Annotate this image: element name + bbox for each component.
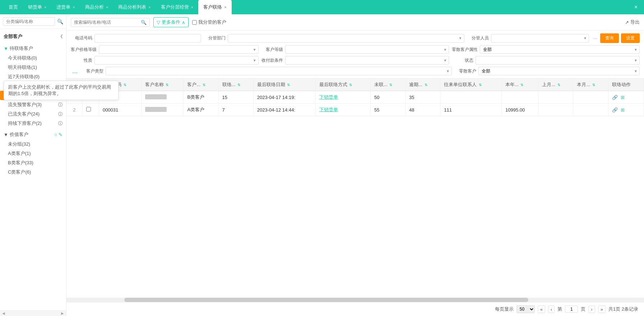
row-1-link-icon[interactable]: 🔗	[612, 95, 618, 100]
th-this-year[interactable]: 本年... ⇅	[502, 79, 538, 91]
page-number-input[interactable]	[565, 306, 578, 313]
nav-tab-customer-segmentation[interactable]: 客户分层经营 ×	[156, 0, 198, 14]
filter-gender: 性质 ▼	[71, 56, 259, 65]
row-num-2: 2	[66, 104, 82, 116]
payment-select[interactable]	[285, 56, 449, 65]
sidebar-item-class-a[interactable]: A类客户(1)	[0, 149, 66, 158]
my-customer-checkbox[interactable]	[192, 20, 197, 25]
th-name[interactable]: 客户名称 ⇅	[141, 79, 184, 91]
phone-input[interactable]	[94, 34, 201, 43]
th-last-contact-type[interactable]: 最后联络方式 ⇅	[315, 79, 370, 91]
close-purchase-tab-icon[interactable]: ×	[73, 5, 75, 9]
status-label: 状态	[452, 57, 473, 63]
row-2-last-contact-type[interactable]: 下销货单	[315, 104, 370, 116]
dept-select[interactable]	[228, 34, 464, 43]
row-2-link-icon[interactable]: 🔗	[612, 107, 618, 113]
settings-button[interactable]: 设置	[621, 33, 640, 43]
sidebar-search-icon[interactable]: 🔍	[57, 19, 63, 24]
toolbar-search-icon[interactable]: 🔍	[141, 20, 147, 25]
more-conditions-button[interactable]: ▽ 更多条件 ∧	[153, 17, 189, 27]
sidebar-right-arrow[interactable]: ▶	[61, 311, 64, 315]
horizontal-scrollbar[interactable]	[66, 298, 644, 302]
th-last-contact-date[interactable]: 最后联络日期 ⇅	[253, 79, 315, 91]
filter-more-button[interactable]: ...	[71, 67, 79, 75]
th-this-month[interactable]: 本月... ⇅	[573, 79, 608, 91]
filter-manager: 分管人员 ▼ ···	[467, 34, 598, 43]
sidebar-bottom-bar: ◀ ▶	[0, 310, 66, 316]
last-page-button[interactable]: »	[598, 306, 606, 313]
manager-select[interactable]	[491, 34, 589, 43]
per-page-label: 每页显示	[495, 306, 514, 312]
sidebar-item-lost[interactable]: 已流失客户(24) ⓘ	[0, 109, 66, 119]
sidebar-item-tomorrow-pending[interactable]: 明天待联络(1)	[0, 63, 66, 72]
manager-more-icon[interactable]: ···	[593, 36, 597, 41]
scrollbar-thumb[interactable]	[124, 298, 529, 302]
row-1-name	[141, 91, 184, 104]
th-contact-count[interactable]: 联络... ⇅	[218, 79, 253, 91]
row-2-grid-icon[interactable]: ⊞	[621, 107, 625, 113]
sidebar-item-declining[interactable]: 持续下滑客户(2) ⓘ	[0, 119, 66, 128]
query-button[interactable]: 查询	[600, 33, 619, 43]
sidebar-search-area: 🔍	[0, 14, 66, 29]
contact-person-sort-icon: ⇅	[479, 83, 482, 87]
table-row: 2 000031 A类客户 7 2023-04-12 14:44: 下销货单 5…	[66, 104, 644, 116]
sidebar-item-lost-preview[interactable]: 流失预警客户(3) ⓘ	[0, 100, 66, 109]
close-customer-seg-tab-icon[interactable]: ×	[191, 5, 193, 9]
nav-tab-home[interactable]: 首页	[4, 0, 23, 14]
customer-level-select[interactable]	[285, 45, 449, 54]
first-page-button[interactable]: «	[538, 306, 545, 313]
row-2-checkbox[interactable]	[82, 104, 99, 116]
filter-panel: 电话号码 分管部门 ▼ 分管人员 ▼ ···	[66, 30, 644, 79]
sidebar-pending-title[interactable]: ▼ 待联络客户	[0, 43, 66, 53]
row-2-contact-person: 111	[440, 104, 502, 116]
sidebar-item-class-b[interactable]: B类客户(33)	[0, 158, 66, 168]
sidebar-value-group-header[interactable]: ▼ 价值客户 ○ ✎	[0, 129, 66, 140]
filter-customer-level: 客户等级 ▼	[261, 45, 449, 54]
th-overdue[interactable]: 逾期... ⇅	[406, 79, 440, 91]
sidebar-item-class-c[interactable]: C类客户(6)	[0, 168, 66, 177]
nav-tab-customer-contact[interactable]: 客户联络 ×	[198, 0, 231, 14]
sidebar-item-today-pending[interactable]: 今天待联络(0)	[0, 53, 66, 63]
sidebar-left-arrow[interactable]: ◀	[2, 311, 5, 315]
nav-tab-purchase[interactable]: 进货单 ×	[51, 0, 80, 14]
prev-page-button[interactable]: ‹	[548, 306, 555, 313]
toolbar-search-input[interactable]	[74, 20, 139, 25]
export-button[interactable]: ↗ 导出	[625, 19, 640, 25]
retail-customer-select[interactable]: 全部	[478, 67, 640, 75]
close-sales-tab-icon[interactable]: ×	[44, 5, 46, 9]
nav-tab-product-analysis[interactable]: 商品分析 ×	[80, 0, 113, 14]
sidebar-search-input[interactable]	[3, 17, 55, 26]
window-close-button[interactable]: ×	[631, 4, 640, 10]
lost-info-icon[interactable]: ⓘ	[58, 111, 62, 117]
close-customer-contact-tab-icon[interactable]: ×	[224, 5, 226, 9]
sidebar-item-7day-pending[interactable]: 近7天待联络(0)	[0, 72, 66, 81]
retail-attr-select[interactable]: 全部	[480, 45, 640, 54]
th-contact-person[interactable]: 往来单位联系人 ⇅	[440, 79, 502, 91]
row-1-last-contact-type[interactable]: 下销货单	[315, 91, 370, 104]
sidebar-value-group: ▼ 价值客户 ○ ✎ 未分组(32) A类客户(1) B类客户(33)	[0, 129, 66, 177]
per-page-select[interactable]: 50 10 20 100	[516, 305, 535, 313]
nav-tab-sales[interactable]: 销货单 ×	[23, 0, 51, 14]
row-1-grid-icon[interactable]: ⊞	[621, 95, 625, 100]
close-product-list-tab-icon[interactable]: ×	[148, 5, 150, 9]
sidebar-item-unclassified[interactable]: 未分组(32)	[0, 140, 66, 149]
th-no-contact[interactable]: 未联... ⇅	[370, 79, 405, 91]
th-level[interactable]: 客户... ⇅	[184, 79, 218, 91]
price-level-select[interactable]	[99, 45, 259, 54]
status-select[interactable]	[476, 56, 640, 65]
th-last-month[interactable]: 上月... ⇅	[538, 79, 573, 91]
customer-type-select[interactable]	[106, 67, 452, 75]
value-group-circle-icon[interactable]: ○	[54, 132, 57, 137]
value-group-edit-icon[interactable]: ✎	[59, 132, 62, 137]
declining-info-icon[interactable]: ⓘ	[58, 121, 62, 127]
gender-select[interactable]	[94, 56, 259, 65]
next-page-button[interactable]: ›	[588, 306, 595, 313]
filter-row-1: 电话号码 分管部门 ▼ 分管人员 ▼ ···	[71, 33, 640, 43]
close-product-analysis-tab-icon[interactable]: ×	[106, 5, 108, 9]
row-1-no-contact: 50	[370, 91, 405, 104]
sidebar-collapse-button[interactable]: 《	[58, 34, 62, 40]
row-1-actions: 🔗 ⊞	[608, 91, 644, 104]
lost-preview-info-icon[interactable]: ⓘ	[58, 102, 62, 108]
code-sort-icon: ⇅	[124, 83, 126, 87]
nav-tab-product-analysis-list[interactable]: 商品分析列表 ×	[113, 0, 156, 14]
